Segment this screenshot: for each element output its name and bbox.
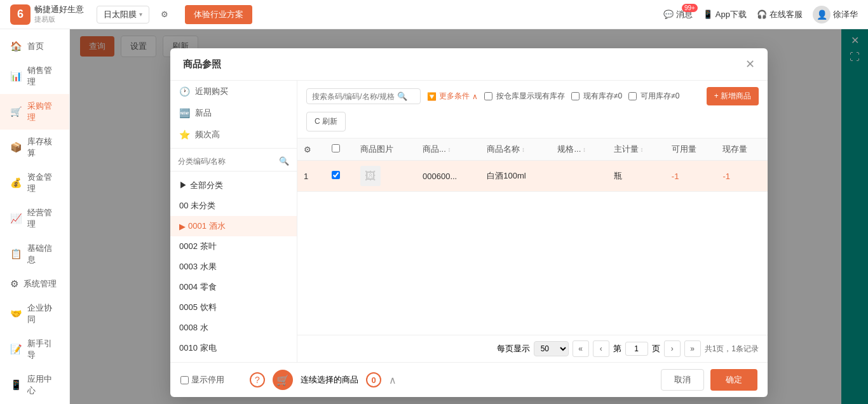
- product-search-input[interactable]: [312, 92, 395, 101]
- tab-recent-purchase-label: 近期购买: [195, 86, 228, 97]
- checkbox-stock-not-zero: 现有库存≠0: [571, 91, 622, 102]
- col-settings[interactable]: ⚙: [297, 138, 325, 161]
- checkbox-available-not-zero: 可用库存≠0: [628, 91, 679, 102]
- cart-icon[interactable]: 🛒: [273, 370, 293, 390]
- sidebar-item-app-center[interactable]: 📱 应用中心: [0, 367, 69, 403]
- sidebar-item-enterprise[interactable]: 🤝 企业协同: [0, 296, 69, 332]
- sidebar-item-enterprise-label: 企业协同: [27, 302, 59, 325]
- row-spec-cell: [551, 161, 607, 192]
- modal-close-button[interactable]: ✕: [745, 57, 755, 71]
- search-icon[interactable]: 🔍: [279, 156, 289, 166]
- sidebar-item-operations-label: 经营管理: [27, 207, 59, 230]
- page-prev-button[interactable]: ‹: [593, 340, 609, 357]
- category-item-0004[interactable]: 0004 零食: [170, 277, 297, 297]
- category-item-0002[interactable]: 0002 茶叶: [170, 236, 297, 257]
- page-suffix: 页: [652, 343, 660, 354]
- sidebar-item-guide[interactable]: 📝 新手引导: [0, 332, 69, 367]
- settings-icon[interactable]: ⚙: [154, 4, 175, 25]
- col-name[interactable]: 商品名称: [480, 138, 551, 161]
- messages-nav-item[interactable]: 💬 消息 99+: [663, 9, 693, 20]
- add-product-button[interactable]: + 新增商品: [707, 87, 759, 105]
- recent-icon: 🕐: [179, 86, 190, 97]
- online-service-label: 在线客服: [770, 9, 803, 20]
- system-icon: ⚙: [10, 278, 18, 290]
- logo-icon: 6: [10, 4, 31, 25]
- category-item-0001[interactable]: ▶ 0001 酒水: [170, 216, 297, 236]
- category-item-0010[interactable]: 0010 家电: [170, 338, 297, 358]
- available-not-zero-checkbox[interactable]: [628, 92, 637, 100]
- refresh-button[interactable]: C 刷新: [306, 112, 346, 131]
- show-stock-checkbox[interactable]: [484, 92, 492, 100]
- product-table: ⚙ 商品图片 商品... 商品名称 规格... 主计量 可用量 现存量: [297, 138, 768, 192]
- tab-high-frequency[interactable]: ⭐ 频次高: [170, 124, 297, 145]
- cart-count: 0: [366, 372, 381, 387]
- category-search-area: 🔍: [170, 151, 297, 172]
- page-first-button[interactable]: «: [573, 340, 589, 357]
- page-last-button[interactable]: »: [684, 340, 701, 357]
- stock-not-zero-checkbox[interactable]: [571, 92, 580, 100]
- online-service-nav-item[interactable]: 🎧 在线客服: [757, 9, 803, 20]
- sidebar-item-system[interactable]: ⚙ 系统管理: [0, 272, 69, 296]
- row-checkbox[interactable]: [332, 171, 340, 179]
- sidebar-item-operations[interactable]: 📈 经营管理: [0, 201, 69, 236]
- page-next-button[interactable]: ›: [664, 340, 681, 357]
- app-download-nav-item[interactable]: 📱 App下载: [703, 9, 747, 20]
- sidebar-item-guide-label: 新手引导: [27, 338, 59, 361]
- app-sub: 捷易版: [34, 15, 84, 24]
- new-icon: 🆕: [179, 108, 190, 118]
- store-dropdown[interactable]: 日太阳膜 ▾: [97, 6, 149, 24]
- product-search-box: 🔍: [306, 88, 421, 104]
- username: 徐泽华: [833, 9, 858, 20]
- store-name: 日太阳膜: [104, 9, 137, 20]
- footer-center-area: ? 🛒 连续选择的商品 0 ∧: [250, 370, 397, 390]
- cart-label: 连续选择的商品: [301, 374, 358, 386]
- sidebar-item-purchase[interactable]: 🛒 采购管理: [0, 94, 69, 130]
- search-icon[interactable]: 🔍: [397, 91, 407, 101]
- category-item-00[interactable]: 00 未分类: [170, 196, 297, 216]
- more-filter-label: 更多条件: [439, 91, 470, 102]
- col-spec[interactable]: 规格...: [551, 138, 607, 161]
- app-download-label: App下载: [715, 9, 747, 20]
- per-page-select[interactable]: 50 100: [534, 341, 569, 356]
- modal-left-panel: 🕐 近期购买 🆕 新品 ⭐ 频次高: [170, 81, 297, 362]
- category-search-input[interactable]: [178, 157, 275, 166]
- sidebar-item-home[interactable]: 🏠 首页: [0, 34, 69, 58]
- select-all-checkbox[interactable]: [332, 144, 340, 152]
- user-profile-nav-item[interactable]: 👤 徐泽华: [813, 6, 858, 24]
- row-checkbox-cell[interactable]: [325, 161, 354, 192]
- collapse-icon[interactable]: ∧: [389, 374, 397, 386]
- sidebar-item-inventory[interactable]: 📦 库存核算: [0, 130, 69, 165]
- col-code[interactable]: 商品...: [416, 138, 480, 161]
- confirm-button[interactable]: 确定: [710, 369, 757, 391]
- sidebar-item-inventory-label: 库存核算: [27, 136, 59, 159]
- col-unit[interactable]: 主计量: [607, 138, 665, 161]
- help-icon: ?: [255, 375, 260, 385]
- show-stock-label: 按仓库显示现有库存: [496, 91, 565, 102]
- more-filter-button[interactable]: 🔽 更多条件 ∧: [427, 91, 478, 102]
- tab-new-products[interactable]: 🆕 新品: [170, 102, 297, 124]
- category-item-0003[interactable]: 0003 水果: [170, 257, 297, 277]
- messages-badge: 99+: [682, 4, 698, 12]
- main-content: 查询 设置 刷新 商品参照 ✕ 🕐: [70, 29, 868, 404]
- category-item-all[interactable]: ▶ 全部分类: [170, 175, 297, 196]
- tab-new-products-label: 新品: [195, 107, 212, 119]
- sidebar-item-basic-info[interactable]: 📋 基础信息: [0, 236, 69, 272]
- show-disabled-label: 显示停用: [191, 374, 224, 386]
- app-name: 畅捷通好生意: [34, 4, 84, 15]
- tab-recent-purchase[interactable]: 🕐 近期购买: [170, 81, 297, 102]
- category-item-0005[interactable]: 0005 饮料: [170, 297, 297, 318]
- show-disabled-checkbox[interactable]: [180, 376, 189, 384]
- experience-button[interactable]: 体验行业方案: [185, 5, 252, 24]
- modal-right-panel: 🔍 🔽 更多条件 ∧ 按仓库显示现有库存: [297, 81, 768, 362]
- sidebar-item-sales[interactable]: 📊 销售管理: [0, 58, 69, 94]
- guide-icon: 📝: [10, 344, 22, 355]
- nav-right-area: 💬 消息 99+ 📱 App下载 🎧 在线客服 👤 徐泽华: [663, 6, 858, 24]
- page-number-input[interactable]: [625, 342, 648, 356]
- cancel-button[interactable]: 取消: [661, 369, 704, 391]
- star-icon: ⭐: [179, 130, 190, 140]
- category-item-0008[interactable]: 0008 水: [170, 318, 297, 338]
- category-0005-label: 0005 饮料: [179, 302, 217, 313]
- sidebar-item-finance[interactable]: 💰 资金管理: [0, 165, 69, 201]
- table-row[interactable]: 1 🖼 000600... 白酒100ml 瓶: [297, 161, 768, 192]
- help-button[interactable]: ?: [250, 372, 265, 387]
